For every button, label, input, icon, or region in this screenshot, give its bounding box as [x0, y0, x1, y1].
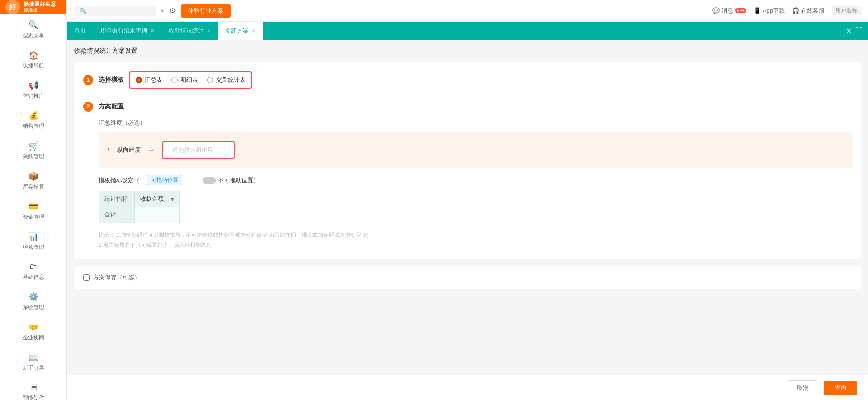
sidebar-label-inventory: 库存核算	[23, 183, 44, 191]
sidebar: 好 畅捷通好生意 标准版 🔍 搜索菜单 🏠 快捷导航 📢 营销推广 💰 销售管理…	[0, 0, 67, 400]
guide-icon: 📖	[28, 353, 38, 362]
sidebar-item-finance[interactable]: 💳 资金管理	[0, 196, 66, 226]
service-label: 在线客服	[801, 7, 825, 15]
download-item[interactable]: 📱 App下载	[754, 7, 785, 15]
cancel-button[interactable]: 取消	[788, 380, 818, 395]
radio-detail[interactable]: 明细表	[171, 76, 198, 84]
tab-receipt-label: 收款情况统计	[169, 27, 204, 35]
tab-new-close[interactable]: ×	[252, 28, 255, 34]
main-area: 🔍 ▾ ⚙ 体验行业方案 💬 消息 99+ 📱 App下载 🎧 在线客服 用户名…	[67, 0, 868, 400]
inventory-icon: 📦	[28, 171, 38, 181]
sidebar-label-basic: 基础信息	[23, 273, 44, 281]
metrics-col-header[interactable]: 收款金额 ▾	[135, 191, 180, 207]
sidebar-item-search[interactable]: 🔍 搜索菜单	[0, 14, 66, 45]
marketing-icon: 📢	[28, 80, 38, 90]
logo-icon: 好	[5, 0, 20, 14]
close-all-icon[interactable]: ✕	[846, 27, 852, 35]
basic-icon: 🗂	[29, 262, 38, 272]
notification-item[interactable]: 💬 消息 99+	[712, 7, 746, 15]
bottom-bar: 取消 查询	[67, 375, 868, 400]
dimension-select[interactable]: 请选择分组维度	[162, 141, 235, 159]
gear-icon[interactable]: ⚙	[169, 6, 175, 15]
non-draggable-indicator: 不可拖动位置）	[203, 176, 259, 184]
sidebar-item-operation[interactable]: 📊 经营管理	[0, 226, 66, 257]
radio-cross-input[interactable]	[207, 77, 213, 83]
chevron-down-icon: ▾	[171, 196, 174, 202]
cooperation-icon: 🤝	[28, 322, 38, 332]
service-item[interactable]: 🎧 在线客服	[792, 7, 825, 15]
sidebar-item-purchase[interactable]: 🛒 采购管理	[0, 136, 66, 166]
template-radio-group: 汇总表 明细表 交叉统计表	[129, 71, 252, 89]
step2-num: 2	[83, 102, 93, 112]
tab-new[interactable]: 新建方案 ×	[218, 22, 263, 40]
radio-summary-input[interactable]	[136, 77, 142, 83]
metrics-label: 模板指标设定（	[99, 176, 140, 184]
col-header-text: 收款金额	[140, 195, 164, 203]
sidebar-item-basic[interactable]: 🗂 基础信息	[0, 257, 66, 287]
sidebar-label-system: 系统管理	[23, 304, 44, 311]
sidebar-label-marketing: 营销推广	[23, 92, 44, 100]
radio-detail-input[interactable]	[171, 77, 178, 83]
app-version: 标准版	[24, 7, 56, 14]
page-title: 收款情况统计方案设置	[74, 47, 861, 55]
tab-home[interactable]: 首页	[67, 22, 93, 40]
topbar: 🔍 ▾ ⚙ 体验行业方案 💬 消息 99+ 📱 App下载 🎧 在线客服 用户名…	[67, 0, 868, 22]
user-name: 用户名称	[832, 6, 861, 15]
sidebar-item-marketing[interactable]: 📢 营销推广	[0, 75, 66, 105]
query-button[interactable]: 查询	[824, 381, 857, 395]
step2-section: 2 方案配置 汇总维度（必选） * 纵向维度 → 请选择分组维度	[83, 102, 852, 250]
tab-bank[interactable]: 现金银行流水查询 ×	[93, 22, 161, 40]
radio-detail-label: 明细表	[180, 76, 198, 84]
tip-2: 2.点击标题栏下拉可设置排序、插入列和删除列	[99, 240, 852, 250]
finance-icon: 💳	[28, 202, 38, 212]
search-icon: 🔍	[28, 20, 38, 30]
sidebar-item-nav[interactable]: 🏠 快捷导航	[0, 45, 66, 75]
notification-label: 消息	[722, 7, 733, 15]
metrics-subtotal-cell: 合计	[99, 207, 135, 223]
tab-bank-close[interactable]: ×	[151, 28, 154, 34]
topbar-chevron-icon[interactable]: ▾	[161, 8, 164, 14]
step2-content: 汇总维度（必选） * 纵向维度 → 请选择分组维度 模板指标设定（	[99, 119, 852, 250]
message-icon: 💬	[712, 7, 720, 14]
metrics-category-header: 统计指标	[99, 191, 135, 207]
metrics-data-cell	[135, 207, 180, 223]
radio-summary[interactable]: 汇总表	[136, 76, 162, 84]
sidebar-label-hardware: 智能硬件	[23, 394, 44, 400]
download-label: App下载	[763, 7, 785, 15]
tab-new-label: 新建方案	[225, 27, 249, 35]
tab-receipt[interactable]: 收款情况统计 ×	[161, 22, 218, 40]
headset-icon: 🎧	[792, 7, 799, 14]
footer-card: 方案保存（可选）	[74, 266, 861, 289]
sidebar-label-finance: 资金管理	[23, 213, 44, 221]
metrics-separator	[189, 176, 195, 184]
save-checkbox[interactable]	[83, 274, 90, 281]
industry-btn[interactable]: 体验行业方案	[181, 4, 231, 18]
sidebar-item-inventory[interactable]: 📦 库存核算	[0, 166, 66, 196]
system-icon: ⚙️	[28, 292, 38, 302]
step1-num: 1	[83, 75, 93, 85]
metrics-table: 统计指标 合计 收款金额 ▾	[99, 191, 852, 223]
tip-1: 提示： 1.拖动标题栏可以调整布局，不可跨维度或指标区域拖动栏目字段(只能在同一…	[99, 231, 852, 240]
sidebar-item-sales[interactable]: 💰 销售管理	[0, 105, 66, 136]
draggable-badge[interactable]: 可拖动位置	[147, 175, 182, 185]
tips-section: 提示： 1.拖动标题栏可以调整布局，不可跨维度或指标区域拖动栏目字段(只能在同一…	[99, 231, 852, 250]
radio-summary-label: 汇总表	[145, 76, 162, 84]
expand-icon[interactable]: ⛶	[855, 27, 863, 35]
tab-receipt-close[interactable]: ×	[208, 28, 211, 34]
topbar-right: 💬 消息 99+ 📱 App下载 🎧 在线客服 用户名称	[712, 6, 861, 15]
sidebar-item-cooperation[interactable]: 🤝 企业协同	[0, 317, 66, 347]
sidebar-item-system[interactable]: ⚙️ 系统管理	[0, 287, 66, 317]
sidebar-logo: 好 畅捷通好生意 标准版	[0, 0, 66, 14]
search-bar[interactable]: 🔍	[74, 6, 156, 16]
purchase-icon: 🛒	[28, 141, 38, 151]
dimension-row: * 纵向维度 → 请选择分组维度	[108, 141, 843, 159]
metrics-row-col: 统计指标 合计	[99, 191, 135, 223]
sidebar-item-hardware[interactable]: 🖥 智能硬件	[0, 377, 66, 400]
arrow-icon: →	[148, 146, 155, 154]
radio-cross[interactable]: 交叉统计表	[207, 76, 245, 84]
step2-header: 2 方案配置	[83, 102, 852, 112]
sidebar-item-guide[interactable]: 📖 新手引导	[0, 347, 66, 377]
sidebar-label-operation: 经营管理	[23, 244, 44, 251]
tab-bank-label: 现金银行流水查询	[100, 27, 147, 35]
tabbar: 首页 现金银行流水查询 × 收款情况统计 × 新建方案 × ✕ ⛶	[67, 22, 868, 40]
